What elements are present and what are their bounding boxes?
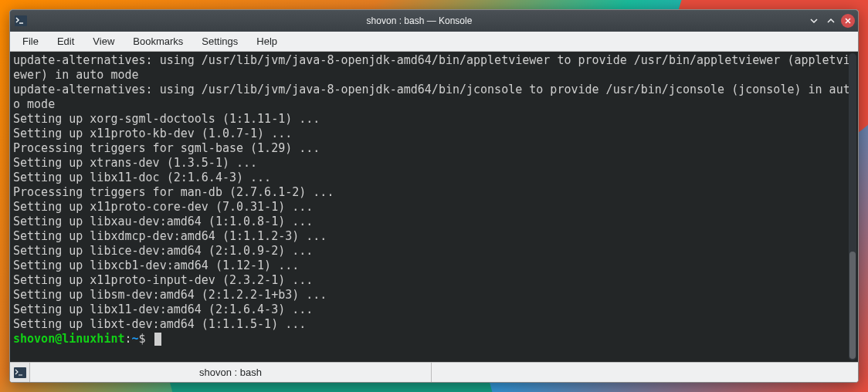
cursor bbox=[154, 333, 161, 346]
minimize-button[interactable] bbox=[807, 14, 821, 28]
menu-view[interactable]: View bbox=[83, 33, 124, 49]
menubar: File Edit View Bookmarks Settings Help bbox=[10, 32, 858, 52]
maximize-button[interactable] bbox=[824, 14, 838, 28]
menu-file[interactable]: File bbox=[13, 33, 48, 49]
menu-bookmarks[interactable]: Bookmarks bbox=[124, 33, 192, 49]
menu-edit[interactable]: Edit bbox=[48, 33, 83, 49]
terminal-area[interactable]: update-alternatives: using /usr/lib/jvm/… bbox=[10, 52, 858, 362]
window-controls bbox=[807, 14, 855, 28]
new-tab-button[interactable] bbox=[10, 363, 30, 382]
tab-shovon-bash[interactable]: shovon : bash bbox=[30, 363, 432, 382]
titlebar[interactable]: shovon : bash — Konsole bbox=[10, 10, 858, 32]
terminal-output[interactable]: update-alternatives: using /usr/lib/jvm/… bbox=[10, 52, 858, 362]
svg-rect-0 bbox=[15, 15, 27, 26]
menu-help[interactable]: Help bbox=[247, 33, 287, 49]
window-title: shovon : bash — Konsole bbox=[32, 15, 807, 26]
scrollbar[interactable] bbox=[849, 53, 856, 360]
menu-settings[interactable]: Settings bbox=[192, 33, 247, 49]
tabbar: shovon : bash bbox=[10, 362, 858, 382]
svg-rect-2 bbox=[14, 367, 26, 378]
scrollbar-thumb[interactable] bbox=[849, 252, 856, 359]
terminal-app-icon bbox=[13, 14, 29, 28]
close-button[interactable] bbox=[841, 14, 855, 28]
konsole-window: shovon : bash — Konsole File Edit View B… bbox=[9, 9, 859, 383]
